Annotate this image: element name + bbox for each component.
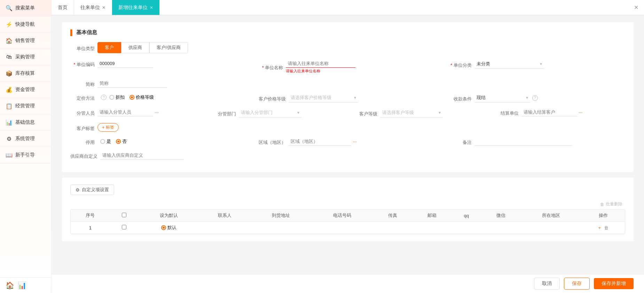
settlement-group: 结算单位 ···: [494, 108, 625, 116]
cancel-button[interactable]: 取消: [534, 278, 560, 290]
add-tag-button[interactable]: + 标签: [97, 123, 119, 132]
settlement-more-btn[interactable]: ···: [579, 109, 583, 115]
manager-more-btn[interactable]: ···: [155, 109, 159, 115]
sidebar-item-system[interactable]: ⚙ 系统管理: [0, 131, 51, 147]
cell-contact: [200, 222, 250, 234]
shortname-input[interactable]: [97, 79, 167, 88]
th-fax: 传真: [373, 210, 413, 222]
tab-new-trading-unit[interactable]: 新增往来单位 ✕: [112, 0, 160, 15]
pricing-help-icon[interactable]: ?: [101, 95, 107, 100]
payment-terms-select[interactable]: 现结 ▾: [474, 93, 530, 103]
sidebar-label-purchase: 采购管理: [15, 54, 35, 60]
unit-type-label: 单位类型: [70, 43, 95, 52]
delete-row-btn[interactable]: 🗑: [604, 225, 608, 230]
settlement-input[interactable]: [521, 108, 577, 116]
manager-label: 分管人员: [70, 108, 95, 116]
sidebar-item-quick-nav[interactable]: ⚡ 快捷导航: [0, 16, 51, 33]
sidebar-label-search: 搜索菜单: [15, 5, 35, 11]
yes-radio-circle: [100, 139, 105, 144]
customer-price-placeholder: 请选择客户价格等级: [291, 95, 353, 101]
sidebar-footer: 🏠 📊: [0, 277, 51, 293]
grade-radio-circle: [129, 95, 134, 100]
tab-trading-unit[interactable]: 往来单位 ✕: [74, 0, 112, 15]
department-placeholder: 请输入分管部门: [241, 109, 296, 116]
sidebar-item-basic-info[interactable]: 📊 基础信息: [0, 114, 51, 131]
cell-checkbox: [110, 222, 138, 234]
default-radio[interactable]: 默认: [142, 225, 196, 231]
sidebar-label-guide: 新手引导: [15, 152, 35, 158]
disabled-yes-radio[interactable]: 是: [100, 138, 111, 145]
sidebar-footer-icon2[interactable]: 📊: [18, 281, 26, 290]
th-qq: qq: [452, 210, 481, 222]
tab-trading-unit-close[interactable]: ✕: [102, 5, 105, 10]
unit-category-select[interactable]: 未分类 ▾: [474, 59, 544, 69]
pricing-label: 定价方法: [70, 93, 95, 101]
tab-home[interactable]: 首页: [52, 0, 74, 15]
unit-type-supplier[interactable]: 供应商: [121, 42, 149, 53]
sidebar-item-finance[interactable]: 💰 资金管理: [0, 82, 51, 98]
disabled-no-radio[interactable]: 否: [116, 138, 127, 145]
payment-help-icon[interactable]: ?: [532, 95, 538, 101]
disabled-group: 停用 是 否: [70, 137, 248, 146]
supplier-custom-group: 供应商自定义: [70, 151, 625, 160]
remarks-group: 备注: [447, 137, 625, 146]
search-icon: 🔍: [6, 5, 13, 11]
footer-bar: 取消 保存 保存并新增: [52, 274, 644, 293]
tab-new-trading-unit-label: 新增往来单位: [118, 5, 148, 11]
unit-type-both[interactable]: 客户/供应商: [149, 42, 188, 53]
inventory-icon: 📦: [6, 70, 13, 77]
th-contact: 联系人: [200, 210, 250, 222]
cell-email: [413, 222, 452, 234]
customer-price-select[interactable]: 请选择客户价格等级 ▾: [289, 93, 358, 103]
form-row-4: 分管人员 ··· 分管部门 请输入分管部门 ▾ 客户等级 请选择客户等级: [70, 108, 625, 117]
finance-icon: 💰: [6, 86, 13, 93]
unit-code-input[interactable]: [97, 59, 153, 68]
unit-name-input[interactable]: [286, 59, 355, 68]
sidebar-item-guide[interactable]: 📖 新手引导: [0, 147, 51, 163]
form-row-7: 供应商自定义: [70, 151, 625, 160]
payment-terms-group: 收款条件 现结 ▾ ?: [447, 93, 625, 103]
section-title: ▌ 基本信息: [70, 29, 625, 36]
remarks-input[interactable]: [474, 137, 572, 146]
add-row-btn[interactable]: +: [598, 225, 601, 230]
select-all-checkbox[interactable]: [122, 213, 126, 217]
close-all-tabs[interactable]: ✕: [628, 4, 644, 11]
settlement-label: 结算单位: [494, 108, 519, 116]
save-button[interactable]: 保存: [564, 278, 590, 290]
sidebar-item-sales[interactable]: 🏠 销售管理: [0, 33, 51, 49]
unit-name-wrap: 请输入往来单位名称: [286, 59, 355, 74]
sidebar-item-inventory[interactable]: 📦 库存核算: [0, 65, 51, 82]
form-row-5: 客户标签 + 标签: [70, 123, 625, 132]
sidebar-item-search[interactable]: 🔍 搜索菜单: [0, 0, 51, 16]
pricing-radio-grade[interactable]: 价格等级: [129, 94, 154, 100]
sidebar-label-operations: 经营管理: [15, 103, 35, 109]
chevron-down-icon: ▾: [540, 62, 542, 66]
row-checkbox[interactable]: [122, 225, 126, 229]
th-wechat: 微信: [481, 210, 520, 222]
save-new-button[interactable]: 保存并新增: [594, 278, 634, 289]
batch-delete-label[interactable]: 批量删除: [606, 201, 622, 207]
pricing-radio-discount[interactable]: 折扣: [109, 94, 125, 100]
sidebar-item-purchase[interactable]: 🛍 采购管理: [0, 49, 51, 65]
cell-default: 默认: [138, 222, 200, 234]
region-more-btn[interactable]: ···: [353, 139, 357, 144]
table-row: 1 默认: [71, 222, 625, 234]
manager-input[interactable]: [97, 108, 153, 116]
unit-category-group: 单位分类 未分类 ▾: [447, 59, 625, 69]
sidebar-footer-icon1[interactable]: 🏠: [6, 281, 14, 290]
pricing-method-group: 定价方法 ? 折扣 价格等级: [70, 93, 248, 101]
tag-plus-icon: +: [102, 125, 104, 130]
department-select[interactable]: 请输入分管部门 ▾: [239, 108, 301, 117]
supplier-custom-input[interactable]: [100, 151, 184, 160]
supplier-custom-label: 供应商自定义: [70, 151, 97, 160]
disabled-label: 停用: [70, 137, 95, 146]
custom-settings-button[interactable]: ⚙ 自定义项设置: [70, 185, 114, 195]
region-input[interactable]: [289, 137, 351, 146]
sidebar-item-operations[interactable]: 📋 经营管理: [0, 98, 51, 114]
no-radio-circle: [116, 139, 121, 144]
region-label: 区域（地区）: [259, 137, 286, 146]
tab-new-trading-unit-close[interactable]: ✕: [150, 5, 153, 10]
unit-type-customer[interactable]: 客户: [97, 42, 121, 53]
customer-level-select[interactable]: 请选择客户等级 ▾: [380, 108, 443, 117]
th-seq: 序号: [71, 210, 110, 222]
